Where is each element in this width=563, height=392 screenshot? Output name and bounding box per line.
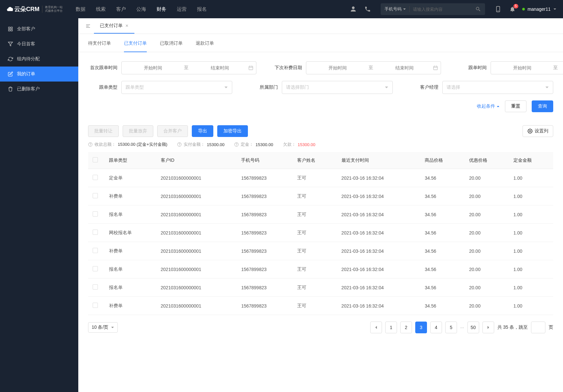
bell-icon[interactable]: 5 xyxy=(509,6,516,12)
select-all-checkbox[interactable] xyxy=(93,157,98,162)
page-number-button[interactable]: 1 xyxy=(385,322,397,333)
table-row[interactable]: 补费单20210316000000011567899823王可2021-03-1… xyxy=(88,297,553,315)
svg-marker-6 xyxy=(8,42,12,46)
tab-paid-orders[interactable]: 已支付订单 ✕ xyxy=(94,18,134,34)
nav-item[interactable]: 客户 xyxy=(116,6,126,12)
row-checkbox[interactable] xyxy=(93,303,98,308)
row-checkbox[interactable] xyxy=(93,266,98,271)
table-row[interactable]: 补费单20210316000000011567899823王可2021-03-1… xyxy=(88,242,553,260)
manager-label: 客户经理 xyxy=(409,84,438,90)
encrypt-export-button[interactable]: 加密导出 xyxy=(217,125,248,137)
search-type-dropdown[interactable]: 手机号码 xyxy=(385,6,410,12)
page-number-button[interactable]: 5 xyxy=(445,322,457,333)
sidebar-item[interactable]: 全部客户 xyxy=(0,22,78,37)
nav-item[interactable]: 运营 xyxy=(177,6,187,12)
sidebar-item[interactable]: 我的订单 xyxy=(0,67,78,82)
page-number-button[interactable]: 3 xyxy=(415,322,427,333)
table-row[interactable]: 报名单20210316000000011567899823王可2021-03-1… xyxy=(88,260,553,279)
cell-time: 2021-03-16 16:32:04 xyxy=(337,242,420,260)
table-row[interactable]: 网校报名单20210316000000011567899823王可2021-03… xyxy=(88,224,553,242)
last-page-button[interactable]: 50 xyxy=(467,322,479,333)
end-date-input[interactable] xyxy=(560,65,563,70)
collapse-filters-link[interactable]: 收起条件 xyxy=(477,103,500,109)
next-pay-daterange[interactable]: 至 xyxy=(306,61,441,74)
cloud-icon xyxy=(7,5,14,13)
cell-phone: 1567899823 xyxy=(236,297,292,315)
search-input[interactable] xyxy=(410,7,475,12)
user-menu[interactable]: manager11 xyxy=(522,7,556,12)
mobile-icon[interactable] xyxy=(495,6,501,12)
query-button[interactable]: 查询 xyxy=(532,100,553,112)
cell-discount: 20.00 xyxy=(464,260,509,279)
logo[interactable]: 云朵CRM 教育机构一站 式服务云平台 xyxy=(7,5,63,13)
cell-id: 2021031600000001 xyxy=(156,169,237,187)
row-checkbox[interactable] xyxy=(93,193,98,198)
nav-item[interactable]: 财务 xyxy=(157,6,166,12)
start-date-input[interactable] xyxy=(309,65,366,70)
chevron-left-icon xyxy=(374,325,378,329)
nav-item[interactable]: 数据 xyxy=(76,6,85,12)
inner-tab[interactable]: 退款订单 xyxy=(196,40,214,52)
page-number-button[interactable]: 4 xyxy=(430,322,442,333)
sidebar-item[interactable]: 组内待分配 xyxy=(0,52,78,67)
chevron-down-icon xyxy=(224,85,228,89)
next-page-button[interactable] xyxy=(482,322,494,333)
search-box[interactable]: 手机号码 xyxy=(381,3,485,15)
start-date-input[interactable] xyxy=(494,65,551,70)
cell-phone: 1567899823 xyxy=(236,187,292,205)
first-follow-daterange[interactable]: 至 xyxy=(121,61,256,74)
row-checkbox[interactable] xyxy=(93,211,98,217)
manager-select[interactable]: 请选择 xyxy=(442,81,553,94)
nav-item[interactable]: 线索 xyxy=(96,6,106,12)
cell-price: 34.56 xyxy=(420,242,464,260)
jump-page-input[interactable] xyxy=(531,322,545,333)
phone-icon[interactable] xyxy=(364,6,371,12)
export-button[interactable]: 导出 xyxy=(192,125,213,137)
dept-select[interactable]: 请选择部门 xyxy=(282,81,393,94)
bulk-transfer-button[interactable]: 批量转让 xyxy=(88,125,119,137)
user-icon[interactable] xyxy=(350,6,357,12)
inner-tab[interactable]: 已支付订单 xyxy=(124,40,147,52)
cell-name: 王可 xyxy=(293,260,337,279)
cell-phone: 1567899823 xyxy=(236,279,292,297)
close-icon[interactable]: ✕ xyxy=(125,23,129,28)
start-date-input[interactable] xyxy=(124,65,181,70)
follow-time-daterange[interactable]: 至 xyxy=(491,61,563,74)
table-row[interactable]: 报名单20210316000000011567899823王可2021-03-1… xyxy=(88,279,553,297)
inner-tab[interactable]: 已取消订单 xyxy=(160,40,183,52)
tabs-collapse-icon[interactable] xyxy=(82,23,94,29)
sidebar-item[interactable]: 今日首客 xyxy=(0,37,78,52)
page-number-button[interactable]: 2 xyxy=(400,322,412,333)
cell-id: 2021031600000001 xyxy=(156,242,237,260)
nav-item[interactable]: 报名 xyxy=(197,6,207,12)
svg-rect-3 xyxy=(11,27,12,29)
bulk-abandon-button[interactable]: 批量放弃 xyxy=(123,125,153,137)
row-checkbox[interactable] xyxy=(93,230,98,235)
cell-deposit: 1.00 xyxy=(509,205,553,224)
page-size-select[interactable]: 10 条/页 xyxy=(88,322,118,333)
sidebar-item[interactable]: 已删除客户 xyxy=(0,82,78,97)
reset-button[interactable]: 重置 xyxy=(505,100,526,112)
summary-deposit: 定金：15300.00 xyxy=(234,142,273,147)
row-checkbox[interactable] xyxy=(93,284,98,290)
end-date-input[interactable] xyxy=(376,65,433,70)
column-settings-button[interactable]: 设置列 xyxy=(523,125,553,137)
inner-tab[interactable]: 待支付订单 xyxy=(88,40,111,52)
table-row[interactable]: 报名单20210316000000011567899823王可2021-03-1… xyxy=(88,205,553,224)
follow-type-select[interactable]: 跟单类型 xyxy=(121,81,232,94)
row-checkbox[interactable] xyxy=(93,175,98,180)
sidebar-label: 全部客户 xyxy=(17,26,35,32)
sidebar-icon xyxy=(8,56,13,62)
nav-item[interactable]: 公海 xyxy=(136,6,146,12)
end-date-input[interactable] xyxy=(191,65,248,70)
row-checkbox[interactable] xyxy=(93,248,98,253)
table-row[interactable]: 补费单20210316000000011567899823王可2021-03-1… xyxy=(88,187,553,205)
prev-page-button[interactable] xyxy=(370,322,382,333)
username: manager11 xyxy=(527,7,551,12)
table-row[interactable]: 定金单20210316000000011567899823王可2021-03-1… xyxy=(88,169,553,187)
merge-button[interactable]: 合并客户 xyxy=(157,125,188,137)
tab-label: 已支付订单 xyxy=(100,23,123,29)
search-icon[interactable] xyxy=(475,6,481,12)
cell-price: 34.56 xyxy=(420,297,464,315)
help-icon xyxy=(88,142,93,147)
